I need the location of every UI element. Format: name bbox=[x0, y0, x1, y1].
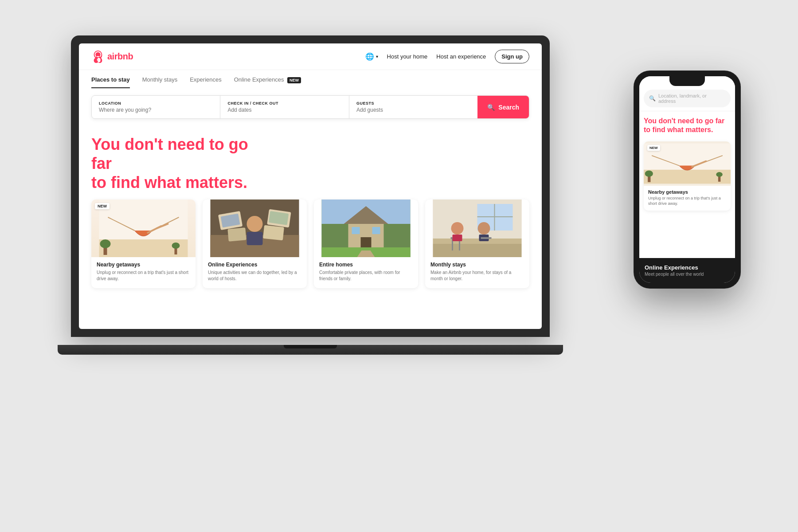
svg-rect-18 bbox=[263, 225, 284, 240]
guests-field[interactable]: GUESTS Add guests bbox=[349, 96, 477, 118]
phone-hero-title: You don't need to go far to find what ma… bbox=[644, 117, 731, 134]
card-getaways-desc: Unplug or reconnect on a trip that's jus… bbox=[97, 270, 190, 282]
navbar: airbnb 🌐 ▾ Host your home Host an experi… bbox=[79, 43, 542, 70]
card-getaways-image: NEW bbox=[91, 200, 196, 257]
card-monthly-title: Monthly stays bbox=[430, 262, 524, 268]
guests-label: GUESTS bbox=[356, 101, 470, 106]
card-online-image bbox=[203, 200, 307, 257]
phone-card-getaways[interactable]: NEW Nearby getaways Unplug or reconnect … bbox=[644, 141, 731, 211]
logo-text: airbnb bbox=[107, 51, 133, 62]
svg-rect-17 bbox=[227, 227, 246, 241]
phone: 🔍 Location, landmark, or address You don… bbox=[634, 71, 740, 288]
card-homes-image bbox=[314, 200, 418, 257]
phone-bottom-desc: Meet people all over the world bbox=[645, 272, 730, 277]
card-homes[interactable]: Entire homes Comfortable private places,… bbox=[314, 200, 418, 288]
checkin-input[interactable]: Add dates bbox=[227, 107, 341, 113]
guests-input[interactable]: Add guests bbox=[356, 107, 470, 113]
card-getaways-title: Nearby getaways bbox=[97, 262, 190, 268]
card-getaways-body: Nearby getaways Unplug or reconnect on a… bbox=[91, 257, 196, 288]
laptop-screen: airbnb 🌐 ▾ Host your home Host an experi… bbox=[79, 43, 542, 329]
card-getaways[interactable]: NEW Nearby getaways Unplug or reconnect … bbox=[91, 200, 196, 288]
search-label: Search bbox=[498, 104, 519, 111]
phone-card-title: Nearby getaways bbox=[648, 189, 726, 195]
new-badge-getaways: NEW bbox=[95, 203, 110, 209]
phone-search-placeholder: Location, landmark, or address bbox=[658, 93, 725, 104]
hero-title: You don't need to go far to find what ma… bbox=[79, 126, 265, 200]
globe-button[interactable]: 🌐 ▾ bbox=[365, 52, 378, 61]
checkin-field[interactable]: CHECK IN / CHECK OUT Add dates bbox=[220, 96, 349, 118]
svg-rect-37 bbox=[433, 239, 522, 244]
tab-online-experiences[interactable]: Online Experiences NEW bbox=[234, 76, 301, 88]
search-icon: 🔍 bbox=[487, 104, 495, 111]
homes-svg bbox=[314, 200, 418, 257]
search-button[interactable]: 🔍 Search bbox=[477, 96, 529, 118]
card-monthly-body: Monthly stays Make an Airbnb your home, … bbox=[425, 257, 529, 288]
phone-hero: You don't need to go far to find what ma… bbox=[639, 111, 735, 138]
card-monthly-desc: Make an Airbnb your home, for stays of a… bbox=[430, 270, 524, 282]
svg-rect-14 bbox=[247, 232, 263, 245]
card-homes-title: Entire homes bbox=[319, 262, 413, 268]
svg-point-13 bbox=[247, 216, 263, 232]
location-input[interactable]: Where are you going? bbox=[99, 107, 213, 113]
tab-experiences[interactable]: Experiences bbox=[190, 76, 222, 88]
svg-point-44 bbox=[478, 222, 490, 235]
phone-card-body: Nearby getaways Unplug or reconnect on a… bbox=[644, 186, 731, 211]
svg-rect-36 bbox=[477, 216, 513, 217]
signup-button[interactable]: Sign up bbox=[495, 50, 529, 63]
phone-screen: 🔍 Location, landmark, or address You don… bbox=[639, 76, 735, 283]
svg-rect-28 bbox=[372, 227, 380, 234]
online-exp-svg bbox=[203, 200, 307, 257]
svg-rect-48 bbox=[644, 170, 731, 184]
logo[interactable]: airbnb bbox=[91, 50, 133, 63]
phone-bottom-card[interactable]: Online Experiences Meet people all over … bbox=[639, 258, 735, 283]
location-field[interactable]: LOCATION Where are you going? bbox=[92, 96, 220, 118]
location-label: LOCATION bbox=[99, 101, 213, 106]
host-home-link[interactable]: Host your home bbox=[387, 53, 428, 60]
tab-bar: Places to stay Monthly stays Experiences… bbox=[79, 70, 542, 88]
svg-rect-38 bbox=[433, 244, 522, 257]
phone-search-icon: 🔍 bbox=[649, 95, 656, 102]
phone-bottom-title: Online Experiences bbox=[645, 264, 730, 271]
phone-new-badge: NEW bbox=[647, 145, 660, 151]
svg-point-10 bbox=[172, 243, 180, 249]
svg-rect-46 bbox=[481, 237, 492, 239]
svg-point-56 bbox=[716, 172, 723, 177]
phone-card-desc: Unplug or reconnect on a trip that's jus… bbox=[648, 196, 726, 206]
airbnb-logo-icon bbox=[91, 50, 105, 63]
svg-point-8 bbox=[100, 239, 111, 248]
laptop-shell: airbnb 🌐 ▾ Host your home Host an experi… bbox=[71, 35, 550, 337]
new-badge: NEW bbox=[287, 77, 301, 83]
tab-places-to-stay[interactable]: Places to stay bbox=[91, 76, 130, 88]
globe-icon: 🌐 bbox=[365, 52, 374, 61]
svg-rect-27 bbox=[352, 227, 360, 234]
checkin-label: CHECK IN / CHECK OUT bbox=[227, 101, 341, 106]
card-homes-desc: Comfortable private places, with room fo… bbox=[319, 270, 413, 282]
card-monthly[interactable]: Monthly stays Make an Airbnb your home, … bbox=[425, 200, 529, 288]
phone-card-image: NEW bbox=[644, 141, 731, 186]
svg-rect-43 bbox=[453, 235, 462, 241]
search-bar-container: LOCATION Where are you going? CHECK IN /… bbox=[79, 88, 542, 126]
svg-point-54 bbox=[645, 170, 653, 177]
search-bar: LOCATION Where are you going? CHECK IN /… bbox=[91, 95, 529, 119]
host-experience-link[interactable]: Host an experience bbox=[436, 53, 486, 60]
card-online-title: Online Experiences bbox=[208, 262, 301, 268]
monthly-svg bbox=[425, 200, 529, 257]
scene: airbnb 🌐 ▾ Host your home Host an experi… bbox=[0, 0, 798, 532]
laptop-base bbox=[58, 345, 563, 355]
phone-notch bbox=[669, 76, 705, 86]
card-online-body: Online Experiences Unique activities we … bbox=[203, 257, 307, 288]
chevron-down-icon: ▾ bbox=[376, 54, 378, 59]
svg-point-42 bbox=[451, 222, 464, 235]
laptop: airbnb 🌐 ▾ Host your home Host an experi… bbox=[71, 35, 550, 355]
phone-search-input[interactable]: 🔍 Location, landmark, or address bbox=[644, 90, 731, 107]
tab-monthly-stays[interactable]: Monthly stays bbox=[142, 76, 177, 88]
phone-shell: 🔍 Location, landmark, or address You don… bbox=[634, 71, 740, 288]
card-monthly-image bbox=[425, 200, 529, 257]
card-online-desc: Unique activities we can do together, le… bbox=[208, 270, 301, 282]
card-online-exp[interactable]: Online Experiences Unique activities we … bbox=[203, 200, 307, 288]
nav-right: 🌐 ▾ Host your home Host an experience Si… bbox=[365, 50, 529, 63]
card-homes-body: Entire homes Comfortable private places,… bbox=[314, 257, 418, 288]
card-grid: NEW Nearby getaways Unplug or reconnect … bbox=[79, 200, 542, 297]
